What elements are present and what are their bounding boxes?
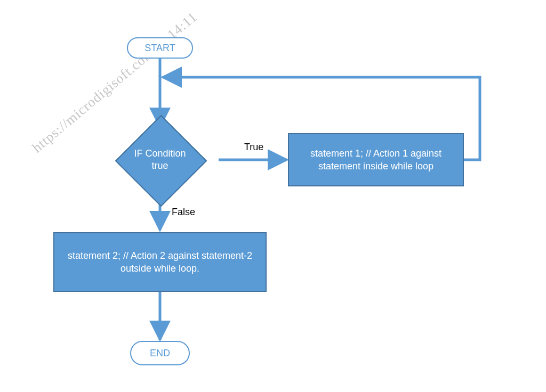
decision-node: IF Condition true xyxy=(114,114,206,206)
action1-node: statement 1; // Action 1 against stateme… xyxy=(288,133,464,186)
decision-label: IF Condition true xyxy=(114,114,206,206)
start-label: START xyxy=(144,43,175,54)
action1-label: statement 1; // Action 1 against stateme… xyxy=(294,147,457,173)
edge-label-false: False xyxy=(172,207,195,218)
action2-label: statement 2; // Action 2 against stateme… xyxy=(60,249,260,275)
end-label: END xyxy=(150,348,170,359)
end-node: END xyxy=(130,341,190,365)
flow-connectors xyxy=(0,0,546,392)
edge-label-true: True xyxy=(244,142,263,153)
action2-node: statement 2; // Action 2 against stateme… xyxy=(53,232,267,292)
start-node: START xyxy=(127,37,193,59)
